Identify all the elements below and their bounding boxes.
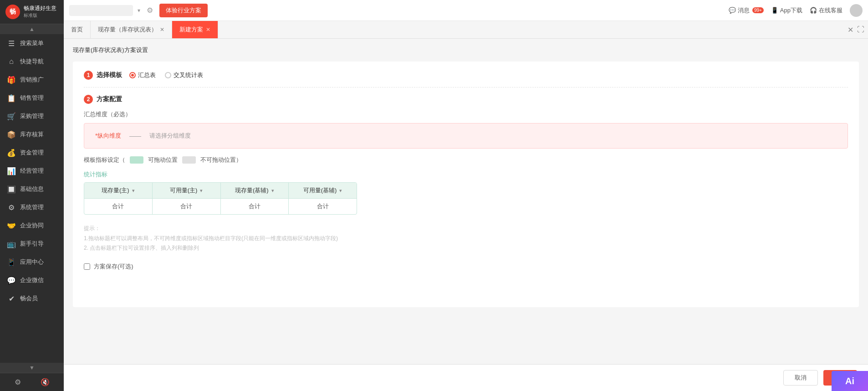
step2-label: 方案配置 — [97, 95, 122, 103]
tab-new-scheme-label: 新建方案 — [179, 26, 203, 34]
messages-label: 消息 — [738, 6, 750, 15]
sidebar-item-member[interactable]: ✔ 畅会员 — [0, 289, 64, 308]
stats-col-header-2[interactable]: 现存量(基辅) ▾ — [221, 183, 289, 199]
dropdown-arrow-icon[interactable]: ▾ — [138, 7, 140, 14]
tabbar: 首页 现存量（库存状况表） ✕ 新建方案 ✕ ✕ ⛶ — [64, 21, 868, 39]
dimension-placeholder: 请选择分组维度 — [149, 132, 191, 140]
radio-summary[interactable]: 汇总表 — [129, 71, 156, 79]
sidebar-item-app-center[interactable]: 📱 应用中心 — [0, 253, 64, 271]
sidebar-label-purchase-mgmt: 采购管理 — [20, 112, 44, 120]
footer-bar: 取消 查询 — [64, 364, 868, 391]
sound-icon[interactable]: 🔇 — [41, 378, 50, 386]
sidebar-item-quick-nav[interactable]: ⌂ 快捷导航 — [0, 52, 64, 71]
sidebar-icon-new-guide: 📺 — [7, 240, 15, 248]
sidebar-item-search-menu[interactable]: ☰ 搜索菜单 — [0, 34, 64, 52]
avatar[interactable] — [850, 4, 863, 17]
industry-solution-button[interactable]: 体验行业方案 — [159, 4, 208, 17]
sidebar-label-sales-mgmt: 销售管理 — [20, 94, 44, 102]
sidebar-item-new-guide[interactable]: 📺 新手引导 — [0, 235, 64, 253]
sidebar-item-system-mgmt[interactable]: ⚙ 系统管理 — [0, 198, 64, 216]
sidebar-icon-marketing: 🎁 — [7, 76, 15, 84]
expand-tab-button[interactable]: ⛶ — [857, 26, 864, 34]
logo-sub: 标准版 — [24, 12, 56, 19]
stats-col-dropdown-icon-2[interactable]: ▾ — [271, 188, 274, 194]
sidebar-icon-enterprise: 🤝 — [7, 221, 15, 230]
stats-col-body-1: 合计 — [153, 199, 221, 214]
sidebar-label-enterprise-wechat: 企业微信 — [20, 276, 44, 284]
sidebar-item-enterprise[interactable]: 🤝 企业协同 — [0, 216, 64, 235]
sidebar-label-enterprise: 企业协同 — [20, 221, 44, 230]
stats-col-dropdown-icon-1[interactable]: ▾ — [200, 188, 203, 194]
radio-cross[interactable]: 交叉统计表 — [165, 71, 203, 79]
tip-item-0: 1.拖动标题栏可以调整布局，不可跨维度或指标区域拖动栏目字段(只能在同一维度或指… — [84, 234, 848, 244]
sidebar-icon-purchase-mgmt: 🛒 — [7, 112, 15, 120]
settings-icon[interactable]: ⚙ — [15, 378, 21, 386]
stats-col-3: 可用量(基辅) ▾ — [289, 183, 357, 199]
sidebar-icon-sales-mgmt: 📋 — [7, 94, 15, 102]
step1-header: 1 选择模板 汇总表 交叉统计表 — [84, 71, 848, 80]
stats-section-label: 统计指标 — [84, 170, 848, 179]
tab-new-scheme[interactable]: 新建方案 ✕ — [172, 21, 218, 38]
ai-badge[interactable]: Ai — [832, 371, 868, 391]
indicator-row-label: 模板指标设定（ — [84, 156, 125, 164]
template-radio-group: 汇总表 交叉统计表 — [129, 71, 203, 79]
sidebar-scroll-down[interactable]: ▼ — [0, 363, 64, 373]
radio-summary-label: 汇总表 — [138, 71, 156, 79]
stats-col-dropdown-icon-0[interactable]: ▾ — [132, 188, 135, 194]
logo-icon: 畅 — [5, 5, 20, 19]
sidebar-icon-member: ✔ — [7, 294, 15, 303]
content-area: 现存量(库存状况表)方案设置 1 选择模板 汇总表 交叉统计表 — [64, 39, 868, 391]
search-input[interactable] — [69, 5, 133, 16]
app-download-item[interactable]: 📱 App下载 — [771, 6, 802, 15]
save-checkbox[interactable] — [84, 263, 90, 270]
cancel-button[interactable]: 取消 — [783, 370, 818, 386]
sidebar-item-sales-mgmt[interactable]: 📋 销售管理 — [0, 89, 64, 107]
stats-col-header-3[interactable]: 可用量(基辅) ▾ — [289, 183, 357, 199]
sidebar-item-enterprise-wechat[interactable]: 💬 企业微信 — [0, 271, 64, 289]
step2-num: 2 — [84, 95, 93, 104]
messages-item[interactable]: 💬 消息 99+ — [729, 6, 764, 15]
sidebar-item-finance[interactable]: 💰 资金管理 — [0, 144, 64, 162]
tab-inventory-close-icon[interactable]: ✕ — [160, 26, 164, 33]
customer-service-item[interactable]: 🎧 在线客服 — [810, 6, 842, 15]
close-tab-button[interactable]: ✕ — [848, 26, 853, 34]
message-icon: 💬 — [729, 7, 736, 14]
stats-col-header-1[interactable]: 可用量(主) ▾ — [153, 183, 220, 199]
sidebar-icon-search-menu: ☰ — [7, 39, 15, 47]
tab-inventory[interactable]: 现存量（库存状况表） ✕ — [91, 21, 172, 38]
sidebar-label-search-menu: 搜索菜单 — [20, 39, 44, 47]
tab-home[interactable]: 首页 — [64, 21, 91, 38]
stats-col-dropdown-icon-3[interactable]: ▾ — [339, 188, 342, 194]
summary-dimension-label: 汇总维度（必选） — [84, 110, 848, 118]
sidebar-label-quick-nav: 快捷导航 — [20, 57, 44, 66]
app-download-icon: 📱 — [771, 7, 778, 14]
page-title: 现存量(库存状况表)方案设置 — [73, 46, 859, 54]
step1-label: 选择模板 — [97, 71, 122, 79]
sidebar-item-inventory[interactable]: 📦 库存核算 — [0, 125, 64, 144]
headset-icon: 🎧 — [810, 7, 817, 14]
draggable-label: 可拖动位置 — [148, 156, 178, 164]
sidebar-item-basic-info[interactable]: 🔲 基础信息 — [0, 180, 64, 198]
stats-col-header-0[interactable]: 现存量(主) ▾ — [84, 183, 152, 199]
sidebar-icon-inventory: 📦 — [7, 130, 15, 139]
sidebar-item-marketing[interactable]: 🎁 营销推广 — [0, 71, 64, 89]
settings-gear-icon[interactable]: ⚙ — [147, 6, 153, 15]
sidebar-scroll-up[interactable]: ▲ — [0, 24, 64, 34]
tips-title: 提示： — [84, 224, 848, 234]
stats-col-summary-2: 合计 — [221, 199, 289, 214]
sidebar-icon-enterprise-wechat: 💬 — [7, 276, 15, 284]
tab-inventory-label: 现存量（库存状况表） — [98, 26, 157, 34]
customer-service-label: 在线客服 — [819, 6, 842, 15]
tab-new-scheme-close-icon[interactable]: ✕ — [206, 26, 210, 33]
sidebar-label-new-guide: 新手引导 — [20, 240, 44, 248]
sidebar-item-operations[interactable]: 📊 经营管理 — [0, 162, 64, 180]
undraggable-label: 不可拖动位置） — [200, 156, 242, 164]
stats-table-body: 合计合计合计合计 — [84, 199, 357, 214]
step1-num: 1 — [84, 71, 93, 80]
stats-col-0: 现存量(主) ▾ — [84, 183, 153, 199]
sidebar-icon-finance: 💰 — [7, 149, 15, 157]
dimension-box[interactable]: *纵向维度 —— 请选择分组维度 — [84, 123, 848, 149]
sidebar-item-purchase-mgmt[interactable]: 🛒 采购管理 — [0, 107, 64, 125]
main-area: ▾ ⚙ 体验行业方案 💬 消息 99+ 📱 App下载 🎧 在线客服 首页 现存… — [64, 0, 868, 391]
stats-col-summary-0: 合计 — [84, 199, 152, 214]
